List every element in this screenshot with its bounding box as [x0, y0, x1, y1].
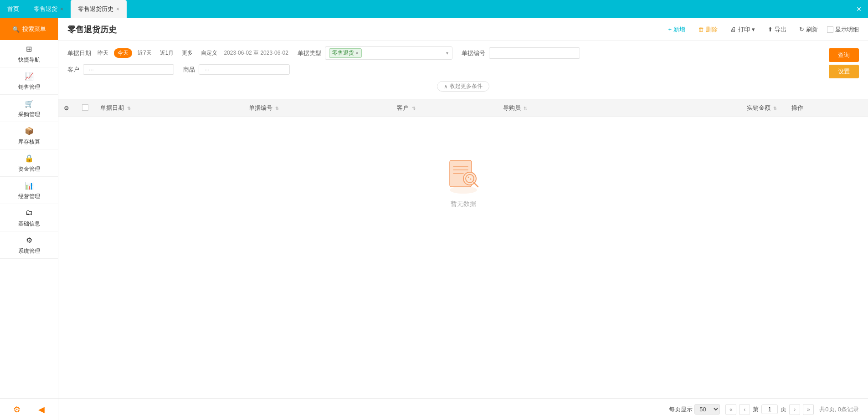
date-btn-7days[interactable]: 近7天 [135, 48, 154, 58]
table-body: 暂无数据 [58, 117, 868, 245]
th-customer[interactable]: 客户 ⇅ [391, 99, 497, 117]
sales-mgmt-icon: 📈 [24, 71, 35, 82]
page-size-dropdown[interactable]: 50 10 20 100 [694, 404, 720, 415]
empty-text: 暂无数据 [451, 200, 476, 208]
date-btn-yesterday[interactable]: 昨天 [95, 48, 111, 58]
refresh-label: 刷新 [806, 26, 818, 34]
filter-date-item: 单据日期 昨天 今天 近7天 近1月 更多 自定义 2023-06-02 至 2… [67, 48, 288, 58]
th-date-label: 单据日期 [100, 104, 124, 111]
page-first-button[interactable]: « [725, 404, 736, 415]
tab-home[interactable]: 首页 [0, 0, 26, 18]
sidebar-search[interactable]: 🔍 搜索菜单 [0, 18, 58, 40]
goods-filter-dots[interactable]: ··· [203, 66, 211, 73]
collapse-label: 收起更多条件 [450, 82, 483, 90]
export-button[interactable]: ⬆ 导出 [764, 24, 790, 36]
code-filter-input[interactable] [489, 47, 580, 59]
th-code[interactable]: 单据编号 ⇅ [243, 99, 392, 117]
page-prev-button[interactable]: ‹ [739, 404, 750, 415]
query-buttons: 查询 设置 [829, 48, 859, 78]
export-label: 导出 [775, 26, 786, 34]
empty-state: 暂无数据 [58, 117, 868, 245]
th-guide-label: 导购员 [503, 104, 521, 111]
print-button[interactable]: 🖨 打印 ▾ [727, 24, 759, 36]
window-close-button[interactable]: × [850, 0, 868, 18]
th-amount[interactable]: 实销金额 ⇅ [625, 99, 786, 117]
type-tag-close[interactable]: × [356, 51, 359, 56]
table-header: ⚙ 单据日期 ⇅ 单据编号 ⇅ [58, 99, 868, 117]
type-filter-label: 单据类型 [298, 49, 321, 57]
collapse-sidebar-button[interactable]: ◀ [38, 405, 45, 415]
tab-retail-return-history[interactable]: 零售退货历史 × [71, 0, 127, 18]
th-ops-label: 操作 [791, 104, 803, 111]
filter-row-1: 单据日期 昨天 今天 近7天 近1月 更多 自定义 2023-06-02 至 2… [67, 46, 820, 60]
collapse-row: ∧ 收起更多条件 [67, 79, 859, 93]
basic-info-icon: 🗂 [24, 207, 35, 218]
page-number-input[interactable] [761, 405, 778, 414]
show-detail-checkbox[interactable] [827, 26, 833, 33]
sidebar-item-inventory[interactable]: 📦 库存核算 [0, 122, 58, 149]
delete-icon: 🗑 [698, 26, 704, 33]
page-last-button[interactable]: » [803, 404, 814, 415]
goods-filter-input[interactable]: ··· [199, 64, 290, 75]
filter-code-item: 单据编号 [462, 47, 580, 59]
filter-settings-button[interactable]: 设置 [829, 65, 859, 78]
th-guide-sort-icon: ⇅ [524, 106, 527, 111]
th-code-sort-icon: ⇅ [275, 106, 279, 111]
collapse-up-icon: ∧ [444, 83, 448, 90]
page-title: 零售退货历史 [67, 24, 664, 35]
page-header: 零售退货历史 + 新增 🗑 删除 🖨 打印 ▾ ⬆ 导出 [58, 18, 868, 41]
collapse-button[interactable]: ∧ 收起更多条件 [437, 81, 489, 92]
sidebar-item-quick-nav-label: 快捷导航 [18, 56, 40, 64]
sidebar-item-finance[interactable]: 🔒 资金管理 [0, 149, 58, 177]
sidebar-item-quick-nav[interactable]: ⊞ 快捷导航 [0, 40, 58, 67]
sidebar-item-basic-info[interactable]: 🗂 基础信息 [0, 204, 58, 231]
page-label: 第 [753, 405, 759, 414]
th-date-sort-icon: ⇅ [127, 106, 131, 111]
sidebar-item-operations[interactable]: 📊 经营管理 [0, 177, 58, 204]
export-icon: ⬆ [768, 26, 773, 33]
svg-line-8 [474, 183, 478, 187]
page-unit: 页 [781, 405, 786, 414]
customer-filter-dots[interactable]: ··· [87, 66, 96, 73]
tab-retail-return-close[interactable]: × [60, 6, 63, 12]
show-detail-toggle[interactable]: 显示明细 [827, 26, 859, 34]
th-date[interactable]: 单据日期 ⇅ [95, 99, 243, 117]
tab-retail-return-history-close[interactable]: × [116, 6, 119, 12]
delete-button[interactable]: 🗑 删除 [694, 24, 721, 36]
date-btn-today[interactable]: 今天 [114, 48, 132, 58]
date-btn-more[interactable]: 更多 [179, 48, 195, 58]
svg-point-9 [467, 177, 469, 178]
sidebar-item-sales-mgmt[interactable]: 📈 销售管理 [0, 67, 58, 95]
tab-retail-return[interactable]: 零售退货 × [26, 0, 71, 18]
svg-point-0 [450, 186, 477, 194]
sidebar-item-purchase-mgmt[interactable]: 🛒 采购管理 [0, 95, 58, 122]
sidebar-item-system-mgmt[interactable]: ⚙ 系统管理 [0, 231, 58, 259]
table-select-all-checkbox[interactable] [82, 104, 88, 111]
add-button[interactable]: + 新增 [664, 24, 689, 36]
query-button[interactable]: 查询 [829, 48, 859, 62]
system-mgmt-icon: ⚙ [24, 235, 35, 246]
type-filter-select[interactable]: 零售退货 × ▾ [325, 46, 452, 60]
th-code-label: 单据编号 [249, 104, 272, 111]
page-next-button[interactable]: › [789, 404, 800, 415]
th-guide[interactable]: 导购员 ⇅ [498, 99, 625, 117]
date-btn-custom[interactable]: 自定义 [198, 48, 220, 58]
customer-filter-label: 客户 [67, 66, 79, 74]
page-navigation: « ‹ 第 页 › » [725, 404, 814, 415]
sidebar-search-label: 搜索菜单 [22, 25, 46, 33]
sidebar-item-inventory-label: 库存核算 [18, 138, 40, 146]
date-btn-1month[interactable]: 近1月 [157, 48, 177, 58]
print-icon: 🖨 [730, 26, 736, 33]
date-filter-label: 单据日期 [67, 49, 91, 57]
settings-bottom-button[interactable]: ⚙ [13, 405, 21, 415]
close-icon: × [857, 5, 862, 14]
sidebar: 🔍 搜索菜单 ⊞ 快捷导航 📈 销售管理 🛒 采购管理 📦 库存核算 🔒 [0, 18, 58, 420]
customer-filter-input[interactable]: ··· [83, 64, 174, 75]
th-checkbox[interactable] [77, 99, 95, 117]
refresh-button[interactable]: ↻ 刷新 [796, 24, 822, 36]
content-area: 零售退货历史 + 新增 🗑 删除 🖨 打印 ▾ ⬆ 导出 [58, 18, 868, 420]
purchase-mgmt-icon: 🛒 [24, 98, 35, 109]
type-filter-chevron-icon: ▾ [446, 51, 448, 56]
th-settings[interactable]: ⚙ [58, 99, 77, 117]
sidebar-item-operations-label: 经营管理 [18, 193, 40, 200]
